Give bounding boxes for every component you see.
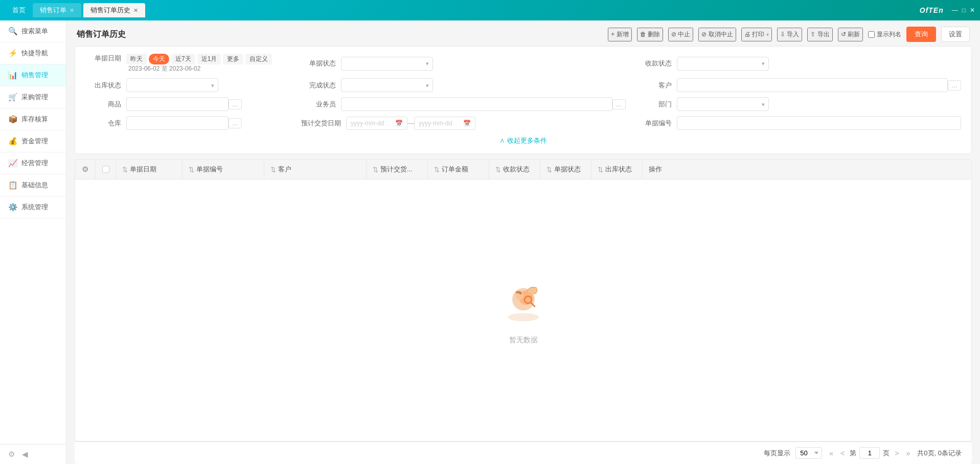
top-bar: 首页 销售订单 ✕ 销售订单历史 ✕ OfTEn — □ ✕ <box>0 0 980 20</box>
tab-sales-order[interactable]: 销售订单 ✕ <box>33 3 81 17</box>
calendar-icon-2[interactable]: 📅 <box>463 120 471 127</box>
operations-icon: 📈 <box>8 159 17 168</box>
prev-page-btn[interactable]: < <box>838 448 847 458</box>
tab-sales-order-history-close[interactable]: ✕ <box>133 7 138 14</box>
sidebar-item-search-menu[interactable]: 🔍 搜索菜单 <box>0 20 66 42</box>
settings-gear-icon[interactable]: ⚙ <box>82 165 88 174</box>
th-order-status[interactable]: ⇅ 单据状态 <box>540 160 591 179</box>
tab-sales-order-history[interactable]: 销售订单历史 ✕ <box>83 3 145 17</box>
sidebar-item-purchase-mgmt[interactable]: 🛒 采购管理 <box>0 86 66 108</box>
th-no[interactable]: ⇅ 单据编号 <box>183 160 264 179</box>
sidebar-item-inventory-label: 库存核算 <box>21 115 48 124</box>
export-btn[interactable]: ⇧ 导出 <box>807 28 832 41</box>
page-size-select[interactable]: 20 50 100 <box>795 447 822 459</box>
date-pill-7days[interactable]: 近7天 <box>171 54 195 64</box>
date-pill-more[interactable]: 更多 <box>223 54 243 64</box>
sort-icon-date: ⇅ <box>122 166 128 173</box>
dept-select-wrapper <box>677 97 769 111</box>
out-status-select-wrapper <box>126 78 218 92</box>
print-btn-label: 🖨 打印 <box>744 30 764 39</box>
customer-ellipsis-btn[interactable]: … <box>948 80 961 91</box>
sidebar-item-sys-mgmt-label: 系统管理 <box>21 203 48 212</box>
sidebar-item-sys-mgmt[interactable]: ⚙️ 系统管理 <box>0 196 66 218</box>
query-btn[interactable]: 查询 <box>906 27 936 42</box>
complete-status-select[interactable] <box>341 78 433 92</box>
tab-sales-order-close[interactable]: ✕ <box>70 7 74 14</box>
salesman-ellipsis-btn[interactable]: … <box>612 99 626 109</box>
settings-btn[interactable]: 设置 <box>941 27 970 42</box>
stop-btn[interactable]: ⊘ 中止 <box>668 28 693 41</box>
calendar-icon-1[interactable]: 📅 <box>395 120 403 127</box>
bottom-settings-icon[interactable]: ⚙ <box>8 450 15 459</box>
tab-home[interactable]: 首页 <box>5 3 33 17</box>
delete-btn[interactable]: 🗑 删除 <box>637 28 663 41</box>
complete-status-select-wrapper <box>341 78 433 92</box>
import-btn-label: ⇩ 导入 <box>780 30 799 39</box>
next-page-btn[interactable]: > <box>893 448 901 458</box>
page-number-input[interactable] <box>859 447 880 459</box>
purchase-mgmt-icon: 🛒 <box>8 93 17 102</box>
delivery-date-start[interactable]: yyyy-mm-dd 📅 <box>346 117 407 130</box>
first-page-btn[interactable]: « <box>827 448 835 458</box>
sidebar-item-inventory[interactable]: 📦 库存核算 <box>0 108 66 130</box>
delete-btn-label: 🗑 删除 <box>640 30 660 39</box>
sidebar-item-operations-label: 经营管理 <box>21 159 48 168</box>
empty-state: 暂无数据 <box>75 180 971 441</box>
order-no-input[interactable] <box>677 116 962 130</box>
sales-mgmt-icon: 📊 <box>8 71 17 80</box>
date-pill-custom[interactable]: 自定义 <box>245 54 272 64</box>
salesman-input[interactable] <box>341 97 612 111</box>
page-label: 第 <box>850 449 856 458</box>
sidebar-item-sales-mgmt[interactable]: 📊 销售管理 <box>0 64 66 86</box>
cancel-stop-btn-label: ⊘ 取消中止 <box>701 30 733 39</box>
sidebar-item-basic-info[interactable]: 📋 基础信息 <box>0 174 66 196</box>
display-col-label[interactable]: 显示列名 <box>868 30 901 39</box>
date-pill-today[interactable]: 今天 <box>149 54 169 64</box>
tab-sales-order-label: 销售订单 <box>40 6 66 15</box>
goods-input[interactable] <box>126 97 229 111</box>
th-payment-status[interactable]: ⇅ 收款状态 <box>489 160 540 179</box>
out-status-select[interactable] <box>126 78 218 92</box>
cancel-stop-btn[interactable]: ⊘ 取消中止 <box>698 28 736 41</box>
pay-status-select[interactable] <box>677 57 769 71</box>
warehouse-input[interactable] <box>126 116 229 130</box>
delivery-date-end[interactable]: yyyy-mm-dd 📅 <box>414 117 475 130</box>
goods-ellipsis-btn[interactable]: … <box>229 99 242 109</box>
customer-label: 客户 <box>636 81 677 90</box>
th-delivery[interactable]: ⇅ 预计交货... <box>367 160 428 179</box>
refresh-btn[interactable]: ↺ 刷新 <box>838 28 863 41</box>
th-check[interactable] <box>96 160 116 179</box>
sort-icon-amount: ⇅ <box>434 166 440 173</box>
customer-input[interactable] <box>677 78 948 92</box>
import-btn[interactable]: ⇩ 导入 <box>777 28 802 41</box>
warehouse-ellipsis-btn[interactable]: … <box>229 118 242 128</box>
th-out-status[interactable]: ⇅ 出库状态 <box>591 160 643 179</box>
dept-select[interactable] <box>677 97 769 111</box>
display-col-checkbox[interactable] <box>868 31 875 38</box>
print-btn[interactable]: 🖨 打印 ▾ <box>741 28 772 41</box>
th-settings[interactable]: ⚙ <box>75 160 96 179</box>
th-customer[interactable]: ⇅ 客户 <box>264 160 367 179</box>
sidebar-item-basic-info-label: 基础信息 <box>21 181 48 190</box>
order-status-select[interactable] <box>341 57 433 71</box>
sidebar-item-quick-nav[interactable]: ⚡ 快捷导航 <box>0 42 66 64</box>
content-area: 销售订单历史 + 新增 🗑 删除 ⊘ 中止 ⊘ 取消中止 🖨 打印 ▾ <box>66 20 980 464</box>
sidebar: 🔍 搜索菜单 ⚡ 快捷导航 📊 销售管理 🛒 采购管理 📦 库存核算 💰 资金管… <box>0 20 66 464</box>
close-btn[interactable]: ✕ <box>970 7 975 14</box>
th-date[interactable]: ⇅ 单据日期 <box>116 160 183 179</box>
max-btn[interactable]: □ <box>962 7 966 14</box>
complete-status-label: 完成状态 <box>300 81 341 90</box>
expected-delivery-label: 预计交货日期 <box>300 119 346 128</box>
collapse-filters-btn[interactable]: ∧ 收起更多条件 <box>85 133 961 146</box>
date-pill-1month[interactable]: 近1月 <box>197 54 221 64</box>
date-pill-yesterday[interactable]: 昨天 <box>126 54 147 64</box>
header-checkbox[interactable] <box>102 166 109 173</box>
th-amount[interactable]: ⇅ 订单金额 <box>428 160 489 179</box>
last-page-btn[interactable]: » <box>904 448 913 458</box>
salesman-label: 业务员 <box>300 100 341 109</box>
new-btn[interactable]: + 新增 <box>608 28 631 41</box>
bottom-collapse-icon[interactable]: ◀ <box>22 450 28 459</box>
sidebar-item-finance[interactable]: 💰 资金管理 <box>0 130 66 152</box>
sidebar-item-operations[interactable]: 📈 经营管理 <box>0 152 66 174</box>
minimize-btn[interactable]: — <box>952 7 958 14</box>
